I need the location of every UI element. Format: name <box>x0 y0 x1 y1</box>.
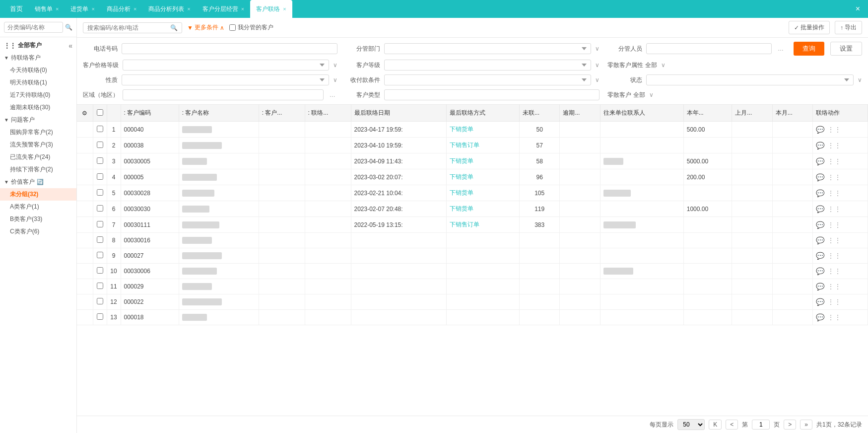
message-action-icon[interactable]: 💬 <box>816 126 824 134</box>
col-last-month[interactable]: 上月... <box>732 105 772 122</box>
row-last-way[interactable] <box>446 248 519 264</box>
select-all-checkbox[interactable] <box>97 109 103 116</box>
reset-button[interactable]: 设置 <box>830 42 862 56</box>
row-last-way[interactable]: 下销货单 <box>446 185 519 201</box>
row-last-way[interactable]: 下销售订单 <box>446 217 519 233</box>
window-close-button[interactable]: × <box>852 4 864 13</box>
col-select-all[interactable] <box>93 105 107 122</box>
message-action-icon[interactable]: 💬 <box>816 236 824 244</box>
row-last-way[interactable]: 下销货单 <box>446 169 519 185</box>
row-select-checkbox[interactable] <box>97 205 103 212</box>
nav-product-analysis[interactable]: 商品分析 × <box>101 0 142 18</box>
page-number-input[interactable] <box>752 420 770 430</box>
grid-action-icon[interactable]: ⋮⋮ <box>827 236 841 244</box>
my-customers-checkbox[interactable] <box>229 24 236 31</box>
grid-action-icon[interactable]: ⋮⋮ <box>827 267 841 275</box>
message-action-icon[interactable]: 💬 <box>816 221 824 229</box>
col-last-contact-way[interactable]: 最后联络方式 <box>446 105 519 122</box>
section-value-customers[interactable]: ▼ 价值客户 🔄 <box>0 176 76 188</box>
sidebar-collapse-icon[interactable]: « <box>68 42 72 50</box>
message-action-icon[interactable]: 💬 <box>816 298 824 306</box>
nature-select[interactable] <box>122 74 329 85</box>
search-input[interactable] <box>87 24 170 31</box>
grid-action-icon[interactable]: ⋮⋮ <box>827 157 841 165</box>
col-action[interactable]: 联络动作 <box>813 105 868 122</box>
row-checkbox[interactable] <box>93 153 107 169</box>
message-action-icon[interactable]: 💬 <box>816 173 824 181</box>
row-last-way[interactable]: 下销货单 <box>446 201 519 217</box>
row-select-checkbox[interactable] <box>97 267 103 274</box>
all-customers-header[interactable]: ⋮⋮ 全部客户 « <box>0 37 76 52</box>
row-checkbox[interactable] <box>93 294 107 310</box>
row-checkbox[interactable] <box>93 217 107 233</box>
region-more-icon[interactable]: … <box>328 91 337 98</box>
col-settings[interactable]: ⚙ <box>77 105 93 122</box>
grid-action-icon[interactable]: ⋮⋮ <box>827 173 841 181</box>
sidebar-search-icon[interactable]: 🔍 <box>65 24 72 31</box>
region-input[interactable] <box>123 89 324 100</box>
row-last-way[interactable]: 下销售订单 <box>446 138 519 153</box>
nav-sales[interactable]: 销售单 × <box>29 0 65 18</box>
col-last-contact-date[interactable]: 最后联络日期 <box>351 105 446 122</box>
nav-product-analysis-list[interactable]: 商品分析列表 × <box>142 0 196 18</box>
customer-level-select[interactable] <box>384 60 592 71</box>
sidebar-item-churn-warning[interactable]: 流失预警客户(3) <box>0 139 76 151</box>
col-this-year[interactable]: 本年... <box>683 105 732 122</box>
dept-select[interactable] <box>384 43 592 54</box>
col-contact[interactable]: : 联络... <box>305 105 351 122</box>
row-select-checkbox[interactable] <box>97 142 103 148</box>
row-last-way[interactable] <box>446 310 519 325</box>
row-select-checkbox[interactable] <box>97 298 103 304</box>
col-no-contact[interactable]: 未联... <box>519 105 559 122</box>
close-purchase-tab[interactable]: × <box>91 6 94 12</box>
sidebar-item-tomorrow-contact[interactable]: 明天待联络(1) <box>0 76 76 89</box>
sidebar-item-class-c[interactable]: C类客户(6) <box>0 225 76 238</box>
person-more-icon[interactable]: … <box>776 45 786 52</box>
first-page-btn[interactable]: K <box>709 420 722 430</box>
message-action-icon[interactable]: 💬 <box>816 205 824 213</box>
sidebar-item-churned[interactable]: 已流失客户(24) <box>0 151 76 163</box>
col-type[interactable]: : 客户... <box>259 105 305 122</box>
message-action-icon[interactable]: 💬 <box>816 313 824 321</box>
sidebar-item-ungrouped[interactable]: 未分组(32) <box>0 188 76 201</box>
col-overdue[interactable]: 逾期... <box>560 105 600 122</box>
row-checkbox[interactable] <box>93 233 107 248</box>
sidebar-item-week-contact[interactable]: 近7天待联络(0) <box>0 89 76 101</box>
row-checkbox[interactable] <box>93 264 107 279</box>
grid-action-icon[interactable]: ⋮⋮ <box>827 221 841 229</box>
nav-purchase[interactable]: 进货单 × <box>65 0 100 18</box>
query-button[interactable]: 查询 <box>794 42 824 56</box>
message-action-icon[interactable]: 💬 <box>816 283 824 290</box>
message-action-icon[interactable]: 💬 <box>816 142 824 149</box>
row-checkbox[interactable] <box>93 201 107 217</box>
close-sales-tab[interactable]: × <box>56 6 59 12</box>
status-select[interactable] <box>646 74 854 85</box>
nav-customer-contact[interactable]: 客户联络 × <box>250 0 292 18</box>
grid-action-icon[interactable]: ⋮⋮ <box>827 313 841 321</box>
row-checkbox[interactable] <box>93 185 107 201</box>
col-name[interactable]: : 客户名称 <box>179 105 259 122</box>
row-select-checkbox[interactable] <box>97 313 103 320</box>
row-select-checkbox[interactable] <box>97 283 103 289</box>
message-action-icon[interactable]: 💬 <box>816 189 824 197</box>
row-last-way[interactable] <box>446 294 519 310</box>
row-select-checkbox[interactable] <box>97 189 103 196</box>
row-checkbox[interactable] <box>93 138 107 153</box>
sidebar-item-class-b[interactable]: B类客户(33) <box>0 213 76 225</box>
close-customer-contact-tab[interactable]: × <box>283 6 286 12</box>
row-last-way[interactable] <box>446 233 519 248</box>
message-action-icon[interactable]: 💬 <box>816 252 824 260</box>
row-select-checkbox[interactable] <box>97 157 103 164</box>
sidebar-item-today-contact[interactable]: 今天待联络(0) <box>0 64 76 76</box>
sidebar-item-overdue-contact[interactable]: 逾期未联络(30) <box>0 101 76 114</box>
row-checkbox[interactable] <box>93 279 107 294</box>
next-page-btn[interactable]: > <box>784 420 796 430</box>
row-select-checkbox[interactable] <box>97 173 103 180</box>
export-button[interactable]: ↑ 导出 <box>835 21 862 34</box>
more-conditions-btn[interactable]: ▼ 更多条件 ∧ <box>187 23 224 32</box>
nav-home[interactable]: 首页 <box>4 0 29 18</box>
row-select-checkbox[interactable] <box>97 221 103 227</box>
last-page-btn[interactable]: » <box>800 420 812 430</box>
search-icon[interactable]: 🔍 <box>170 24 178 31</box>
section-pending-contact[interactable]: ▼ 待联络客户 <box>0 52 76 64</box>
